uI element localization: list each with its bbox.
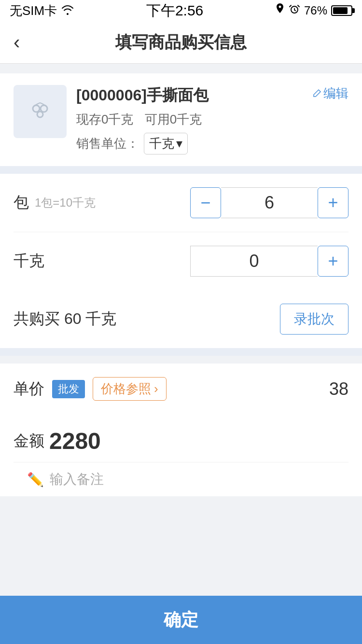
bao-minus-button[interactable]: − bbox=[190, 187, 221, 218]
svg-point-3 bbox=[37, 112, 43, 117]
divider-2 bbox=[0, 348, 362, 356]
unit-select[interactable]: 千克 ▾ bbox=[144, 133, 188, 154]
wifi-icon bbox=[61, 3, 74, 18]
batch-button[interactable]: 录批次 bbox=[280, 304, 348, 335]
confirm-button[interactable]: 确定 bbox=[0, 596, 362, 644]
note-row[interactable]: ✏️ 输入备注 bbox=[14, 462, 348, 496]
price-tag: 批发 bbox=[52, 380, 85, 398]
bao-input[interactable] bbox=[221, 187, 318, 218]
kg-stepper: + bbox=[190, 246, 348, 277]
kg-label: 千克 bbox=[14, 251, 44, 272]
pencil-icon: ✏️ bbox=[27, 472, 44, 488]
product-name: [0000006]手撕面包 bbox=[76, 85, 209, 106]
price-section: 单价 批发 价格参照 › 38 bbox=[0, 364, 362, 414]
status-time: 下午2:56 bbox=[146, 1, 203, 21]
bao-hint: 1包=10千克 bbox=[35, 195, 96, 210]
amount-section: 金额 2280 ✏️ 输入备注 bbox=[0, 414, 362, 496]
location-icon bbox=[275, 3, 285, 18]
summary-text: 共购买 60 千克 bbox=[14, 308, 116, 330]
kg-input[interactable] bbox=[190, 246, 318, 277]
product-info: [0000006]手撕面包 编辑 现存0千克 可用0千克 销售单位： 千克 ▾ bbox=[76, 85, 348, 154]
bao-plus-button[interactable]: + bbox=[318, 187, 348, 218]
product-card: [0000006]手撕面包 编辑 现存0千克 可用0千克 销售单位： 千克 ▾ bbox=[0, 73, 362, 166]
divider-1 bbox=[0, 166, 362, 174]
product-top-row: [0000006]手撕面包 编辑 bbox=[76, 85, 348, 111]
nav-bar: ‹ 填写商品购买信息 bbox=[0, 21, 362, 64]
bao-label: 包 1包=10千克 bbox=[14, 192, 96, 213]
kg-input-row: 千克 + bbox=[14, 232, 348, 290]
battery-icon bbox=[331, 5, 352, 16]
bao-stepper: − + bbox=[190, 187, 348, 218]
status-right: 76% bbox=[275, 3, 352, 18]
kg-plus-button[interactable]: + bbox=[318, 246, 348, 277]
page-title: 填写商品购买信息 bbox=[115, 31, 247, 54]
input-section: 包 1包=10千克 − + 千克 + bbox=[0, 174, 362, 290]
product-image bbox=[14, 85, 67, 138]
status-bar: 无SIM卡 下午2:56 76% bbox=[0, 0, 362, 21]
amount-label: 金额 bbox=[14, 431, 44, 452]
summary-row: 共购买 60 千克 录批次 bbox=[0, 290, 362, 348]
amount-row: 金额 2280 bbox=[14, 428, 348, 454]
price-label: 单价 bbox=[14, 378, 44, 400]
carrier-label: 无SIM卡 bbox=[10, 2, 57, 19]
alarm-icon bbox=[289, 3, 300, 18]
price-value: 38 bbox=[329, 379, 348, 399]
edit-button[interactable]: 编辑 bbox=[312, 85, 348, 102]
product-unit-row: 销售单位： 千克 ▾ bbox=[76, 133, 348, 154]
price-ref-button[interactable]: 价格参照 › bbox=[93, 377, 167, 401]
battery-percent: 76% bbox=[304, 4, 327, 17]
bao-input-row: 包 1包=10千克 − + bbox=[14, 174, 348, 232]
amount-value: 2280 bbox=[49, 428, 101, 454]
back-button[interactable]: ‹ bbox=[14, 31, 20, 53]
status-left: 无SIM卡 bbox=[10, 2, 74, 19]
product-stock: 现存0千克 可用0千克 bbox=[76, 111, 348, 128]
note-placeholder: 输入备注 bbox=[50, 470, 104, 489]
